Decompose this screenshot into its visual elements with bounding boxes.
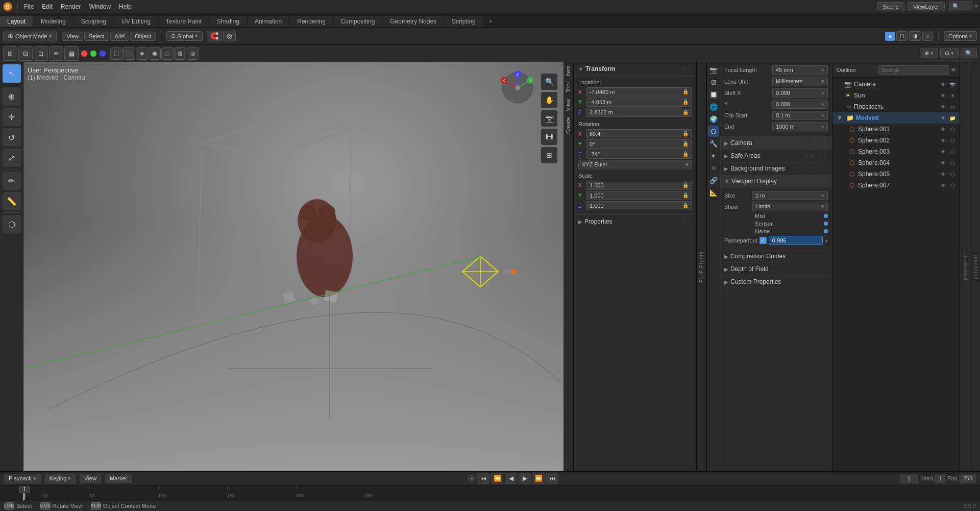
select-tool[interactable]: ↖ xyxy=(3,64,21,83)
blender-logo[interactable]: B xyxy=(2,1,13,12)
menu-help[interactable]: Help xyxy=(115,0,136,13)
sphere007-vis-eye[interactable]: 👁 xyxy=(939,181,947,189)
object-mode-dropdown[interactable]: ⊕ Object Mode ▾ xyxy=(3,31,57,41)
tab-animation[interactable]: Animation xyxy=(248,16,289,27)
passepartout-lock-icon[interactable]: ● xyxy=(825,238,828,244)
jump-end-btn[interactable]: ⏭ xyxy=(546,473,558,484)
camera-section-header[interactable]: ▶ Camera ⋮⋮ ⋮⋮ xyxy=(720,137,832,150)
safe-areas-header[interactable]: ▶ Safe Areas ⋮⋮ ⋮⋮ xyxy=(720,150,832,162)
props-icon-output[interactable]: 🖥 xyxy=(708,77,719,88)
lens-unit-dropdown[interactable]: Millimeters ▾ xyxy=(772,77,828,86)
timeline-marker-menu[interactable]: Marker xyxy=(105,474,132,483)
options-button[interactable]: Options ▾ xyxy=(944,31,977,41)
tab-rendering[interactable]: Rendering xyxy=(290,16,332,27)
viewport-shading-wireframe[interactable]: ◻ xyxy=(896,31,908,41)
view-tab[interactable]: View xyxy=(564,96,573,114)
rotate-tool[interactable]: ↺ xyxy=(3,128,21,147)
timeline-frames-track[interactable]: 1 1 10 50 100 150 200 250 xyxy=(0,486,980,500)
outliner-item-medved[interactable]: ▼ 📁 Medved 👁 📁 xyxy=(832,112,960,124)
render-mode-7[interactable]: ◎ xyxy=(187,47,199,60)
medved-vis-eye[interactable]: 👁 xyxy=(939,114,947,122)
next-frame-btn[interactable]: ⏩ xyxy=(532,473,545,484)
sphere001-vis-render[interactable]: ⬡ xyxy=(948,125,957,133)
focal-length-field[interactable]: 45 mm ● xyxy=(772,65,828,75)
item-tab[interactable]: Item xyxy=(564,62,573,79)
sphere005-vis-eye[interactable]: 👁 xyxy=(939,170,947,178)
outliner-filter-icon[interactable]: ≡ xyxy=(951,65,955,75)
render-mode-5[interactable]: ◌ xyxy=(161,47,174,60)
sun-vis-render[interactable]: ☀ xyxy=(948,91,957,100)
jump-start-btn[interactable]: ⏮ xyxy=(477,473,489,484)
sphere005-vis-render[interactable]: ⬡ xyxy=(948,170,957,178)
prev-frame-btn[interactable]: ⏪ xyxy=(491,473,503,484)
tab-scripting[interactable]: Scripting xyxy=(445,16,483,27)
passepartout-value-field[interactable]: 0.986 xyxy=(769,236,823,245)
search-box[interactable]: 🔍 xyxy=(949,2,972,11)
viewport-shading-solid[interactable]: ● xyxy=(885,32,896,41)
background-images-header[interactable]: ▶ Background Images ⋮⋮ ⋮⋮ xyxy=(720,162,832,175)
sphere002-vis-render[interactable]: ⬡ xyxy=(948,136,957,144)
vd-show-dropdown[interactable]: Limits ▾ xyxy=(752,202,828,211)
green-channel-btn[interactable] xyxy=(90,50,97,57)
menu-window[interactable]: Window xyxy=(85,0,115,13)
toggle-something[interactable]: ▦ xyxy=(64,46,79,61)
props-icon-physics[interactable]: ⚛ xyxy=(708,162,719,174)
shift-x-field[interactable]: 0.000 ● xyxy=(772,88,828,98)
sphere007-vis-render[interactable]: ⬡ xyxy=(948,181,957,189)
select-menu[interactable]: Select xyxy=(84,32,109,41)
sun-vis-eye[interactable]: 👁 xyxy=(939,91,947,100)
playback-dropdown[interactable]: Playback ▾ xyxy=(4,474,41,483)
props-icon-object[interactable]: ⬡ xyxy=(708,126,719,137)
sphere003-vis-eye[interactable]: 👁 xyxy=(939,148,947,156)
vd-size-field[interactable]: 1 m ● xyxy=(752,191,828,200)
render-mode-1[interactable]: ⬚ xyxy=(110,47,122,60)
properties-header[interactable]: ▶ Properties ⋮⋮ xyxy=(574,214,696,228)
medved-vis-render[interactable]: 📁 xyxy=(948,114,957,122)
measure-tool[interactable]: 📏 xyxy=(3,192,21,210)
props-icon-data[interactable]: 📐 xyxy=(708,187,719,198)
view-rotate-btn[interactable]: 📷 xyxy=(541,110,557,127)
scale-x-field[interactable]: 1.000 🔒 xyxy=(586,181,692,190)
props-icon-scene[interactable]: 🌐 xyxy=(708,101,719,112)
proportional-edit-icon[interactable]: ◎ xyxy=(223,31,236,41)
location-x-field[interactable]: -7.0489 m 🔒 xyxy=(586,87,692,96)
viewport-shading-rendered[interactable]: ○ xyxy=(922,32,933,41)
view-zoom-btn[interactable]: 🔍 xyxy=(541,74,557,90)
toggle-channels[interactable]: ≋ xyxy=(49,46,63,61)
outliner-item-sphere002[interactable]: ⬡ Sphere.002 👁 ⬡ xyxy=(832,135,960,146)
outliner-item-camera[interactable]: 📷 Camera 👁 📷 xyxy=(832,79,960,90)
render-mode-6[interactable]: ◍ xyxy=(174,47,186,60)
view-camera-btn[interactable]: 🎞 xyxy=(541,129,557,145)
blue-channel-btn[interactable] xyxy=(99,50,106,57)
view-layer-selector[interactable]: ViewLayer xyxy=(908,2,945,11)
clip-start-field[interactable]: 0.1 m ● xyxy=(772,111,828,120)
toggle-header[interactable]: ⊡ xyxy=(34,46,48,61)
cursor-tool[interactable]: ⊕ xyxy=(3,87,21,106)
props-icon-particles[interactable]: ✦ xyxy=(708,150,719,161)
props-icon-world[interactable]: 🌍 xyxy=(708,113,719,125)
location-y-field[interactable]: -4.053 m 🔒 xyxy=(586,98,692,107)
toggle-tool-shelf[interactable]: ⊞ xyxy=(3,46,17,61)
create-tab[interactable]: Create xyxy=(564,114,573,137)
snap-icon[interactable]: 🧲 xyxy=(207,31,222,41)
sphere002-vis-eye[interactable]: 👁 xyxy=(939,136,947,144)
scale-y-field[interactable]: 1.000 🔒 xyxy=(586,191,692,200)
viewport-3d[interactable]: User Perspective (1) Medved | Camera Z Y… xyxy=(23,62,564,471)
camera-vis-render[interactable]: 📷 xyxy=(948,80,957,88)
render-mode-4[interactable]: ◉ xyxy=(149,47,161,60)
viewport-shading-material[interactable]: ◑ xyxy=(909,31,921,41)
timeline-view-menu[interactable]: View xyxy=(80,474,101,483)
props-icon-render[interactable]: 📷 xyxy=(708,64,719,76)
menu-file[interactable]: File xyxy=(20,0,38,13)
location-z-field[interactable]: 2.8362 m 🔒 xyxy=(586,108,692,117)
play-reverse-btn[interactable]: ◀ xyxy=(505,473,517,484)
passepartout-checkbox[interactable]: ✓ xyxy=(760,237,767,244)
outliner-item-sphere003[interactable]: ⬡ Sphere.003 👁 ⬡ xyxy=(832,146,960,157)
clip-end-field[interactable]: 1000 m ● xyxy=(772,122,828,131)
add-workspace-tab[interactable]: + xyxy=(484,16,498,27)
transform-pivot-dropdown[interactable]: ⊙ Global ▾ xyxy=(166,31,203,41)
search-viewport-btn[interactable]: 🔍 xyxy=(961,48,977,58)
tab-layout[interactable]: Layout xyxy=(0,16,33,27)
shift-y-field[interactable]: 0.000 ● xyxy=(772,100,828,109)
menu-render[interactable]: Render xyxy=(57,0,85,13)
